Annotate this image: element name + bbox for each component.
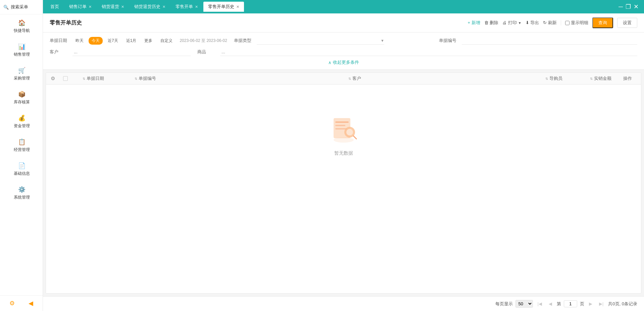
tab-retail-open-history[interactable]: 零售开单历史 ✕	[203, 2, 244, 12]
th-date-sort-icon: ⇅	[83, 77, 85, 81]
per-page-label: 每页显示	[495, 301, 513, 307]
sidebar-search[interactable]: 🔍 搜索采单	[0, 0, 43, 14]
goods-input[interactable]	[220, 48, 637, 56]
page-number-input[interactable]	[564, 300, 577, 307]
search-icon: 🔍	[3, 5, 9, 10]
query-button[interactable]: 查询	[592, 17, 613, 28]
finance-icon: 💰	[18, 114, 26, 122]
date-btn-more[interactable]: 更多	[141, 37, 155, 45]
date-btn-1month[interactable]: 近1月	[123, 37, 140, 45]
th-guide[interactable]: ⇅ 导购员	[534, 75, 574, 82]
last-page-button[interactable]: ▶|	[597, 301, 605, 307]
th-amount-sort-icon: ⇅	[590, 77, 593, 81]
purchase-icon: 🛒	[18, 67, 26, 74]
sidebar-item-quick-nav[interactable]: 🏠 快捷导航	[0, 14, 43, 38]
sys-icon: ⚙️	[18, 186, 26, 193]
settings-label: 设置	[623, 20, 632, 26]
add-button[interactable]: + 新增	[467, 20, 480, 26]
tab-bar-right: ─ ❐ ✕	[618, 3, 641, 10]
tab-sales-order-close-icon[interactable]: ✕	[89, 5, 92, 9]
sidebar-item-basic-info[interactable]: 📄 基础信息	[0, 157, 43, 181]
table-settings-icon[interactable]: ⚙	[51, 75, 55, 82]
print-dropdown-icon[interactable]: ▼	[518, 21, 522, 25]
collapse-icon[interactable]: ◀	[29, 300, 33, 307]
tab-home[interactable]: 首页	[46, 2, 64, 12]
bill-type-select[interactable]: ▼	[257, 37, 384, 45]
sidebar-item-label: 资金管理	[14, 123, 30, 129]
tab-retail-open[interactable]: 零售开单 ✕	[171, 2, 203, 12]
tab-retail-open-history-close-icon[interactable]: ✕	[236, 5, 239, 9]
sidebar-item-finance[interactable]: 💰 资金管理	[0, 110, 43, 134]
bill-no-input[interactable]	[462, 37, 637, 45]
th-billno-sort-icon: ⇅	[135, 77, 137, 81]
date-filter-btns: 昨天 今天 近7天 近1月 更多 自定义	[72, 37, 176, 45]
sidebar-bottom: ⚙ ◀	[0, 295, 43, 311]
print-button[interactable]: 🖨 打印 ▼	[502, 20, 522, 26]
select-all-checkbox[interactable]	[63, 76, 68, 81]
delete-button[interactable]: 🗑 删除	[484, 20, 499, 26]
tab-sales-return-history[interactable]: 销货退货历史 ✕	[130, 2, 170, 12]
date-btn-yesterday[interactable]: 昨天	[72, 37, 87, 45]
th-billno[interactable]: ⇅ 单据编号	[115, 75, 176, 82]
date-filter-label: 单据日期	[50, 38, 70, 44]
date-btn-7days[interactable]: 近7天	[105, 37, 121, 45]
svg-point-6	[346, 129, 353, 136]
customer-input[interactable]	[72, 48, 191, 56]
export-button[interactable]: ⬇ 导出	[526, 20, 539, 26]
next-page-button[interactable]: ▶	[587, 301, 594, 307]
th-action-label: 操作	[623, 75, 632, 82]
tab-sales-order[interactable]: 销售订单 ✕	[64, 2, 96, 12]
date-btn-today[interactable]: 今天	[89, 37, 103, 45]
tab-sales-return-history-close-icon[interactable]: ✕	[162, 5, 165, 9]
per-page-select[interactable]: 50 10 20 100	[515, 300, 533, 308]
page-header: 零售开单历史 + 新增 🗑 删除 🖨 打印 ▼ ⬇ 导出 ↻ 刷新	[43, 13, 644, 33]
basic-info-icon: 📄	[18, 162, 26, 169]
customer-label: 客户	[50, 49, 70, 55]
sidebar-item-label: 经营管理	[14, 147, 30, 153]
sidebar-item-label: 库存核算	[14, 99, 30, 105]
operation-icon: 📋	[18, 138, 26, 146]
th-customer[interactable]: ⇅ 客户	[176, 75, 534, 82]
bill-type-input[interactable]	[257, 37, 381, 44]
window-min-icon[interactable]: ─	[618, 3, 623, 10]
sidebar-item-label: 系统管理	[14, 195, 30, 200]
page-label: 页	[580, 301, 584, 307]
tab-sales-return-close-icon[interactable]: ✕	[121, 5, 124, 9]
prev-page-button[interactable]: ◀	[547, 301, 554, 307]
tab-retail-open-close-icon[interactable]: ✕	[195, 5, 198, 9]
sidebar-item-sales-mgmt[interactable]: 📊 销售管理	[0, 38, 43, 62]
th-guide-label: 导购员	[549, 75, 562, 82]
sidebar-item-inventory[interactable]: 📦 库存核算	[0, 86, 43, 110]
sidebar-item-purchase-mgmt[interactable]: 🛒 采购管理	[0, 62, 43, 86]
refresh-button[interactable]: ↻ 刷新	[543, 20, 557, 26]
settings-button[interactable]: 设置	[617, 18, 637, 28]
window-restore-icon[interactable]: ❐	[626, 3, 631, 10]
th-date[interactable]: ⇅ 单据日期	[71, 75, 115, 82]
th-settings[interactable]: ⚙	[46, 75, 59, 82]
more-conditions-toggle[interactable]: ∧ 收起更多条件	[50, 59, 637, 65]
show-detail-input[interactable]	[565, 21, 569, 25]
empty-text: 暂无数据	[334, 150, 353, 156]
th-guide-sort-icon: ⇅	[545, 77, 548, 81]
query-label: 查询	[598, 20, 607, 26]
add-label: + 新增	[467, 20, 480, 26]
th-check[interactable]	[59, 76, 71, 81]
date-btn-custom[interactable]: 自定义	[157, 37, 176, 45]
bill-no-label: 单据编号	[439, 38, 459, 44]
first-page-button[interactable]: |◀	[536, 301, 544, 307]
sales-icon: 📊	[18, 43, 26, 50]
tab-sales-return[interactable]: 销货退货 ✕	[97, 2, 129, 12]
settings-bottom-icon[interactable]: ⚙	[9, 300, 15, 307]
sidebar-item-sys-mgmt[interactable]: ⚙️ 系统管理	[0, 181, 43, 205]
th-customer-label: 客户	[352, 75, 361, 82]
window-close-icon[interactable]: ✕	[634, 3, 639, 10]
th-amount[interactable]: ⇅ 实销金额	[574, 75, 614, 82]
show-detail-checkbox[interactable]: 显示明细	[565, 20, 588, 26]
svg-rect-2	[335, 121, 349, 123]
delete-label: 🗑 删除	[484, 20, 499, 26]
tab-sales-return-history-label: 销货退货历史	[134, 4, 160, 10]
sidebar: 🔍 搜索采单 🏠 快捷导航 📊 销售管理 🛒 采购管理 📦 库存核算 💰 资金管…	[0, 0, 43, 311]
toolbar-divider	[561, 20, 561, 25]
sidebar-item-operation[interactable]: 📋 经营管理	[0, 134, 43, 157]
th-action: 操作	[614, 75, 641, 82]
